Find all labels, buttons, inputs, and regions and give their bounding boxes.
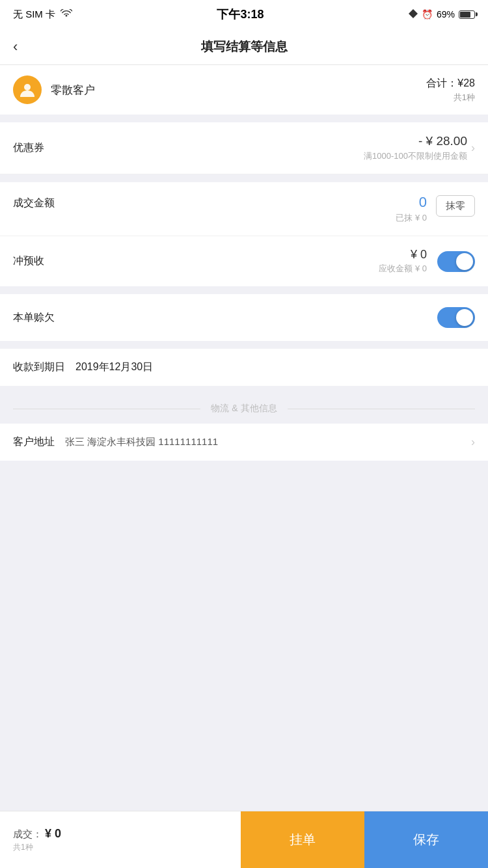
customer-total: 合计：¥28 共1种 xyxy=(426,77,475,103)
prepay-row: 冲预收 ¥ 0 应收金额 ¥ 0 xyxy=(0,236,488,286)
debt-row: 本单赊欠 xyxy=(0,294,488,341)
nav-bar: ‹ 填写结算等信息 xyxy=(0,29,488,65)
bottom-info: 成交： ¥ 0 共1种 xyxy=(0,827,241,853)
deal-section: 成交金额 0 已抹 ¥ 0 抹零 冲预收 ¥ 0 应收金额 ¥ 0 xyxy=(0,182,488,286)
address-label: 客户地址 xyxy=(13,435,55,449)
network-label: 无 SIM 卡 xyxy=(13,8,55,21)
due-date-row: 收款到期日 2019年12月30日 xyxy=(0,349,488,386)
pending-button[interactable]: 挂单 xyxy=(241,811,364,869)
coupon-right: - ¥ 28.00 满1000-100不限制使用金额 xyxy=(364,134,467,162)
due-date-value: 2019年12月30日 xyxy=(75,360,153,374)
customer-name: 零散客户 xyxy=(51,83,95,98)
prepay-right: ¥ 0 应收金额 ¥ 0 xyxy=(379,248,475,275)
deal-amount-right: 0 已抹 ¥ 0 抹零 xyxy=(396,194,475,224)
nav-title: 填写结算等信息 xyxy=(201,38,288,55)
save-button[interactable]: 保存 xyxy=(364,811,488,869)
bottom-deal-label: 成交： xyxy=(13,828,42,841)
status-time: 下午3:18 xyxy=(217,7,264,22)
debt-label: 本单赊欠 xyxy=(13,311,55,325)
coupon-chevron-icon: › xyxy=(471,141,475,155)
address-value: 张三 海淀永丰科技园 11111111111 xyxy=(65,436,466,448)
wifi-icon xyxy=(61,9,72,20)
total-amount: 合计：¥28 xyxy=(426,77,475,90)
status-left: 无 SIM 卡 xyxy=(13,8,72,21)
round-zero-button[interactable]: 抹零 xyxy=(436,195,475,217)
location-icon xyxy=(409,9,418,20)
status-bar: 无 SIM 卡 下午3:18 ⏰ 69% xyxy=(0,0,488,29)
battery-percent: 69% xyxy=(437,9,455,20)
deal-amount-label: 成交金额 xyxy=(13,194,55,210)
alarm-icon: ⏰ xyxy=(422,9,433,20)
prepay-value-wrap: ¥ 0 应收金额 ¥ 0 xyxy=(379,248,427,275)
logistics-label: 物流 & 其他信息 xyxy=(211,403,277,414)
debt-toggle[interactable] xyxy=(437,307,475,328)
toggle-knob xyxy=(456,253,473,270)
customer-left: 零散客户 xyxy=(13,75,95,104)
prepay-toggle[interactable] xyxy=(437,251,475,272)
prepay-amount: ¥ 0 xyxy=(379,248,427,262)
logistics-line-left xyxy=(13,409,200,409)
battery-icon xyxy=(459,10,475,19)
status-right: ⏰ 69% xyxy=(409,9,475,20)
prepay-sub: 应收金额 ¥ 0 xyxy=(379,263,427,275)
address-chevron-icon: › xyxy=(471,435,475,449)
bottom-count: 共1种 xyxy=(13,842,228,853)
bottom-deal-amount: ¥ 0 xyxy=(45,827,61,841)
logistics-header: 物流 & 其他信息 xyxy=(0,394,488,424)
due-date-label: 收款到期日 xyxy=(13,360,65,374)
content: 零散客户 合计：¥28 共1种 优惠券 - ¥ 28.00 满1000-100不… xyxy=(0,65,488,526)
logistics-line-right xyxy=(288,409,475,409)
coupon-description: 满1000-100不限制使用金额 xyxy=(364,150,467,162)
deal-amount-value: 0 xyxy=(396,194,427,211)
coupon-label: 优惠券 xyxy=(13,141,44,155)
avatar xyxy=(13,75,42,104)
coupon-row[interactable]: 优惠券 - ¥ 28.00 满1000-100不限制使用金额 › xyxy=(0,122,488,174)
svg-point-0 xyxy=(24,84,31,90)
address-row[interactable]: 客户地址 张三 海淀永丰科技园 11111111111 › xyxy=(0,424,488,461)
back-button[interactable]: ‹ xyxy=(8,33,23,61)
debt-toggle-knob xyxy=(456,309,473,326)
deal-amount-row: 成交金额 0 已抹 ¥ 0 抹零 xyxy=(0,182,488,236)
bottom-bar: 成交： ¥ 0 共1种 挂单 保存 xyxy=(0,811,488,868)
deal-sub: 已抹 ¥ 0 xyxy=(396,212,427,224)
deal-value-wrap: 0 已抹 ¥ 0 xyxy=(396,194,427,224)
prepay-label: 冲预收 xyxy=(13,254,44,268)
total-count: 共1种 xyxy=(426,92,475,103)
customer-row: 零散客户 合计：¥28 共1种 xyxy=(0,65,488,115)
prepay-left: 冲预收 xyxy=(13,254,44,268)
coupon-discount: - ¥ 28.00 xyxy=(364,134,467,148)
